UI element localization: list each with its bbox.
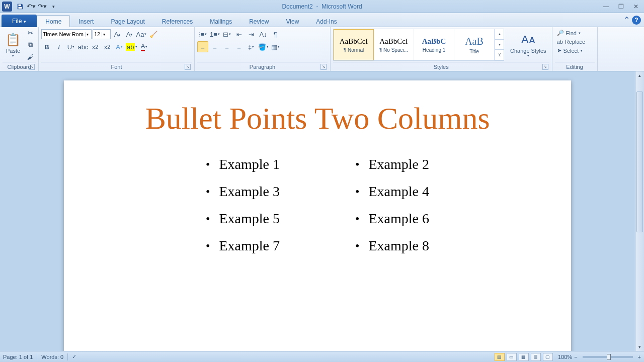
qat-customize-icon[interactable]: ▾ (48, 2, 58, 12)
vertical-scrollbar[interactable]: ▴ ▾ (635, 71, 644, 351)
document-page[interactable]: Bullet Points Two Columns Example 1 Exam… (64, 80, 571, 351)
zoom-level[interactable]: 100% (558, 354, 572, 360)
editing-label: Editing (555, 62, 595, 71)
align-left-icon[interactable]: ≡ (197, 41, 208, 52)
help-icon[interactable]: ? (632, 16, 641, 25)
draft-view-icon[interactable]: ▢ (543, 353, 553, 361)
clipboard-launcher-icon[interactable]: ↘ (29, 64, 35, 70)
styles-launcher-icon[interactable]: ↘ (542, 64, 548, 70)
gallery-up-icon[interactable]: ▴ (495, 29, 504, 40)
change-styles-icon: Aᴀ (521, 32, 535, 48)
justify-icon[interactable]: ≡ (233, 41, 245, 52)
proofing-icon[interactable]: ✓ (72, 353, 76, 360)
svg-rect-0 (19, 4, 21, 6)
show-marks-icon[interactable]: ¶ (270, 29, 281, 40)
bold-button[interactable]: B (41, 41, 52, 52)
strikethrough-button[interactable]: abc (77, 41, 89, 52)
zoom-in-icon[interactable]: + (638, 354, 641, 360)
increase-indent-icon[interactable]: ⇥ (246, 29, 257, 40)
shrink-font-icon[interactable]: A▾ (124, 29, 135, 40)
group-editing: 🔎Find ▾ abReplace ➤Select ▾ Editing (552, 27, 598, 71)
word-count[interactable]: Words: 0 (41, 354, 63, 360)
window-title: Document2 - Microsoft Word (282, 3, 362, 10)
style-heading1[interactable]: AaBbCHeading 1 (414, 29, 454, 60)
scroll-up-icon[interactable]: ▴ (635, 71, 644, 79)
style-normal[interactable]: AaBbCcI¶ Normal (334, 29, 374, 60)
gallery-down-icon[interactable]: ▾ (495, 40, 504, 50)
minimize-ribbon-icon[interactable]: ⌃ (623, 15, 630, 25)
zoom-out-icon[interactable]: − (574, 354, 577, 360)
bullets-icon[interactable]: ⁝≡▾ (197, 29, 208, 40)
font-size-combo[interactable]: 12▾ (93, 29, 111, 39)
multilevel-list-icon[interactable]: ⊟▾ (221, 29, 232, 40)
tab-home[interactable]: Home (37, 15, 70, 27)
tab-addins[interactable]: Add-Ins (307, 15, 345, 27)
scrollbar-thumb[interactable] (636, 92, 643, 232)
tab-review[interactable]: Review (240, 15, 277, 27)
title-bar: W ↶▾ ↷▾ ▾ Document2 - Microsoft Word — ❐… (0, 0, 644, 13)
paragraph-launcher-icon[interactable]: ↘ (320, 64, 327, 70)
restore-icon[interactable]: ❐ (615, 2, 627, 11)
tab-pagelayout[interactable]: Page Layout (102, 15, 153, 27)
scroll-down-icon[interactable]: ▾ (635, 343, 644, 351)
web-layout-view-icon[interactable]: ▦ (519, 353, 529, 361)
style-title[interactable]: AaBTitle (454, 29, 495, 60)
tab-file[interactable]: File (2, 15, 37, 27)
font-launcher-icon[interactable]: ↘ (185, 64, 191, 70)
find-button[interactable]: 🔎Find ▾ (555, 29, 595, 37)
page-status[interactable]: Page: 1 of 1 (3, 354, 33, 360)
fullscreen-view-icon[interactable]: ▭ (507, 353, 517, 361)
paragraph-label: Paragraph↘ (197, 62, 328, 71)
find-icon: 🔎 (557, 30, 564, 36)
superscript-button[interactable]: x2 (102, 41, 113, 52)
decrease-indent-icon[interactable]: ⇤ (233, 29, 245, 40)
highlight-icon[interactable]: ab▾ (126, 41, 137, 52)
change-case-icon[interactable]: Aa▾ (136, 29, 147, 40)
list-item: Example 8 (355, 238, 429, 254)
align-center-icon[interactable]: ≡ (209, 41, 220, 52)
zoom-slider[interactable] (583, 356, 633, 358)
list-item: Example 7 (206, 238, 280, 254)
line-spacing-icon[interactable]: ‡▾ (246, 41, 257, 52)
italic-button[interactable]: I (53, 41, 64, 52)
print-layout-view-icon[interactable]: ▤ (495, 353, 505, 361)
subscript-button[interactable]: x2 (90, 41, 101, 52)
font-name-combo[interactable]: Times New Rom▾ (41, 29, 92, 39)
copy-icon[interactable]: ⧉ (25, 39, 36, 50)
replace-icon: ab (557, 39, 563, 45)
outline-view-icon[interactable]: ≣ (531, 353, 541, 361)
undo-icon[interactable]: ↶▾ (26, 2, 36, 12)
gallery-more-icon[interactable]: ⊻ (495, 50, 504, 60)
clear-formatting-icon[interactable]: 🧹 (148, 29, 159, 40)
numbering-icon[interactable]: 1≡▾ (209, 29, 220, 40)
text-effects-icon[interactable]: A▾ (114, 41, 125, 52)
paste-button[interactable]: 📋 Paste▾ (3, 31, 24, 59)
cut-icon[interactable]: ✂ (25, 27, 36, 38)
grow-font-icon[interactable]: A▴ (112, 29, 123, 40)
tab-insert[interactable]: Insert (70, 15, 102, 27)
format-painter-icon[interactable]: 🖌 (25, 51, 36, 62)
underline-button[interactable]: U▾ (65, 41, 76, 52)
list-item: Example 3 (206, 184, 280, 200)
save-icon[interactable] (15, 2, 25, 12)
tab-view[interactable]: View (278, 15, 308, 27)
select-button[interactable]: ➤Select ▾ (555, 46, 595, 55)
close-icon[interactable]: ✕ (630, 2, 642, 11)
align-right-icon[interactable]: ≡ (221, 41, 232, 52)
select-icon: ➤ (557, 47, 561, 54)
left-column: Example 1 Example 3 Example 5 Example 7 (206, 156, 280, 265)
styles-gallery: AaBbCcI¶ Normal AaBbCcI¶ No Spaci... AaB… (333, 29, 504, 61)
replace-button[interactable]: abReplace (555, 38, 595, 46)
sort-icon[interactable]: A↓ (258, 29, 269, 40)
borders-icon[interactable]: ▦▾ (270, 41, 281, 52)
tab-mailings[interactable]: Mailings (201, 15, 240, 27)
redo-icon[interactable]: ↷▾ (37, 2, 47, 12)
minimize-icon[interactable]: — (600, 2, 612, 11)
list-item: Example 5 (206, 211, 280, 227)
font-color-icon[interactable]: A▾ (138, 41, 149, 52)
tab-references[interactable]: References (153, 15, 201, 27)
list-item: Example 4 (355, 184, 429, 200)
style-nospacing[interactable]: AaBbCcI¶ No Spaci... (374, 29, 414, 60)
change-styles-button[interactable]: Aᴀ Change Styles▾ (507, 31, 549, 59)
shading-icon[interactable]: 🪣▾ (258, 41, 269, 52)
